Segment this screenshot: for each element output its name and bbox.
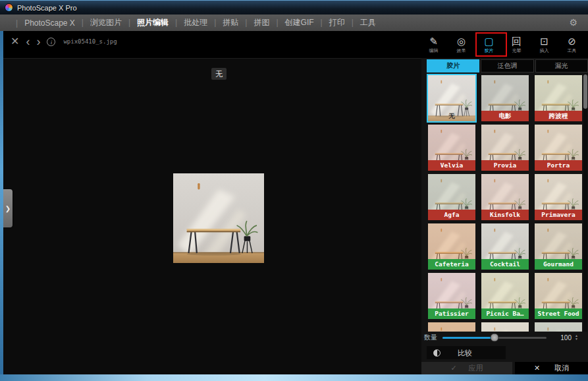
tool-tab[interactable]: 胶片 — [475, 32, 502, 57]
tool-tab[interactable]: 光晕 — [503, 32, 530, 57]
tool-tab[interactable]: 编辑 — [420, 32, 447, 57]
prev-photo-icon[interactable]: ‹ — [26, 36, 30, 47]
amount-slider-row: 数量 100 — [424, 332, 587, 343]
filter-item[interactable]: Street Food — [533, 272, 583, 320]
sidebar-expand-handle[interactable]: ❯ — [3, 189, 13, 227]
tool-icon — [512, 36, 521, 47]
menu-item[interactable]: 打印 — [314, 17, 345, 28]
editor-tool-tabs: 编辑 效果 胶片 光晕 插入 — [420, 32, 585, 57]
tool-tab[interactable]: 效果 — [448, 32, 475, 57]
window-border-bottom — [0, 374, 588, 381]
current-filter-badge: 无 — [211, 68, 227, 80]
filter-grid: 无 电影 跨波程 — [427, 74, 585, 332]
filter-item[interactable] — [533, 321, 583, 332]
menu-item[interactable]: 批处理 — [169, 17, 207, 28]
info-icon[interactable]: i — [47, 38, 55, 46]
filter-scrollbar[interactable] — [583, 74, 587, 332]
filter-label: Cafeteria — [428, 259, 475, 270]
filter-item[interactable]: Patissier — [427, 272, 477, 320]
panel-tabs: 胶片 泛色调 漏光 — [427, 59, 588, 73]
filter-label: Agfa — [428, 210, 475, 220]
amount-stepper[interactable] — [575, 334, 578, 341]
panel-tab[interactable]: 泛色调 — [481, 59, 533, 73]
filter-item[interactable] — [480, 321, 530, 332]
filter-label: Provia — [481, 160, 529, 171]
filter-label: Patissier — [428, 308, 475, 319]
x-icon — [534, 364, 540, 372]
filter-item[interactable]: Agfa — [427, 173, 477, 221]
photo-preview — [173, 173, 264, 263]
tool-icon — [429, 36, 438, 47]
tool-label: 胶片 — [485, 47, 494, 54]
menu-item[interactable]: 拼图 — [238, 17, 269, 28]
next-photo-icon[interactable]: › — [36, 36, 40, 47]
tool-icon — [568, 36, 576, 47]
menu-item[interactable]: 照片编辑 — [122, 17, 169, 28]
compare-label: 比较 — [458, 348, 472, 358]
tool-label: 插入 — [540, 47, 549, 54]
panel-tab[interactable]: 漏光 — [535, 59, 588, 73]
close-file-icon[interactable]: ✕ — [11, 36, 19, 47]
filter-label: Portra — [535, 160, 582, 171]
tool-icon — [484, 36, 493, 47]
tool-label: 编辑 — [429, 47, 439, 54]
amount-slider[interactable] — [442, 337, 547, 339]
current-filename: wpix05410_s.jpg — [63, 38, 117, 45]
app-logo-icon — [5, 3, 13, 12]
filter-label: 电影 — [481, 111, 529, 121]
photo-canvas: 无 ❯ — [3, 58, 421, 374]
file-toolbar: ✕ ‹ › i wpix05410_s.jpg 编辑 效果 胶片 — [0, 31, 588, 58]
filter-item[interactable]: Velvia — [427, 123, 477, 172]
tool-tab[interactable]: 工具 — [558, 32, 585, 57]
filter-item[interactable]: Cocktail — [480, 222, 530, 271]
filter-item[interactable]: Kinsfolk — [480, 173, 530, 221]
window-title: PhotoScape X Pro — [17, 4, 77, 12]
photoscape-window: PhotoScape X Pro PhotoScape X 浏览图片 照片编辑 … — [0, 0, 588, 381]
menu-item[interactable]: PhotoScape X — [9, 18, 75, 28]
slider-handle[interactable] — [491, 334, 499, 342]
filter-label: Velvia — [428, 160, 475, 171]
panel-actions: 应用 取消 — [421, 362, 588, 374]
apply-button[interactable]: 应用 — [421, 362, 512, 374]
filter-tint-overlay — [428, 322, 475, 332]
filter-label: Picnic Ba… — [481, 308, 529, 319]
window-border-left — [0, 31, 3, 374]
menu-bar: PhotoScape X 浏览图片 照片编辑 批处理 拼贴 拼图 创建GIF 打… — [0, 15, 588, 31]
filter-item[interactable]: 电影 — [480, 74, 530, 123]
filter-item[interactable]: Gourmand — [533, 222, 583, 271]
tool-label: 光晕 — [512, 47, 521, 54]
amount-value: 100 — [556, 334, 572, 341]
filter-item[interactable]: 跨波程 — [533, 74, 583, 123]
title-bar: PhotoScape X Pro — [0, 0, 588, 15]
slider-fill — [442, 337, 494, 339]
tool-icon — [540, 36, 548, 47]
menu-item[interactable]: 拼贴 — [207, 17, 238, 28]
compare-button[interactable]: 比较 — [427, 346, 506, 359]
amount-label: 数量 — [424, 333, 442, 342]
settings-gear-icon[interactable]: ⚙ — [569, 17, 577, 28]
filter-label: Gourmand — [535, 259, 582, 270]
tool-label: 效果 — [457, 47, 466, 54]
filter-item[interactable]: Provia — [480, 123, 530, 172]
filter-label: 跨波程 — [535, 111, 582, 121]
filter-item[interactable] — [427, 321, 477, 332]
filter-item[interactable]: Portra — [533, 123, 583, 172]
menu-item[interactable]: 工具 — [345, 17, 376, 28]
scrollbar-thumb[interactable] — [583, 74, 587, 109]
cancel-button[interactable]: 取消 — [515, 362, 588, 374]
filter-item[interactable]: Picnic Ba… — [480, 272, 530, 320]
menu-item[interactable]: 浏览图片 — [75, 17, 122, 28]
filter-label: Cocktail — [481, 259, 529, 270]
filter-label: 无 — [428, 111, 475, 121]
filter-item[interactable]: Cafeteria — [427, 222, 477, 271]
filter-tint-overlay — [481, 322, 529, 332]
panel-tab[interactable]: 胶片 — [427, 59, 479, 73]
check-icon — [450, 364, 456, 372]
filter-item[interactable]: Primavera — [533, 173, 583, 221]
compare-icon — [433, 349, 441, 357]
menu-item[interactable]: 创建GIF — [269, 17, 313, 28]
filter-label: Street Food — [535, 308, 582, 319]
tool-tab[interactable]: 插入 — [531, 32, 558, 57]
filter-item[interactable]: 无 — [427, 74, 477, 123]
filter-tint-overlay — [535, 322, 582, 332]
